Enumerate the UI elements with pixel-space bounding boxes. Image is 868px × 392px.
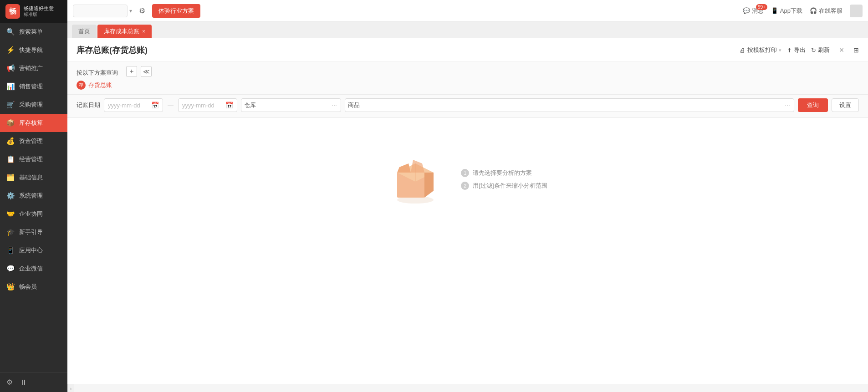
sidebar-label-search: 搜索菜单 — [19, 28, 43, 36]
industry-solution-button[interactable]: 体验行业方案 — [152, 4, 200, 18]
hint-text-2: 用[过滤]条件来缩小分析范围 — [473, 182, 547, 190]
logo-icon: 畅 — [5, 4, 20, 19]
sidebar-label-purchase: 采购管理 — [19, 101, 43, 109]
empty-hint-1: 1 请先选择要分析的方案 — [461, 169, 547, 177]
close-panel-button[interactable]: × — [835, 44, 848, 56]
tab-inventory-cost-label: 库存成本总账 — [104, 27, 139, 36]
calendar-start-icon: 📅 — [151, 102, 159, 109]
page-content: 库存总账(存货总账) 🖨 按模板打印 ▾ ⬆ 导出 ↻ 刷新 × ⊞ — [67, 38, 868, 384]
tab-inventory-cost[interactable]: 库存成本总账 × — [97, 25, 152, 38]
svg-marker-3 — [424, 173, 434, 198]
sidebar-label-inventory: 库存核算 — [19, 119, 43, 127]
sidebar-label-guide: 新手引导 — [19, 228, 43, 236]
sidebar-item-system[interactable]: ⚙️ 系统管理 — [0, 187, 67, 205]
sidebar-label-enterprise: 企业协同 — [19, 210, 43, 218]
online-service-button[interactable]: 🎧 在线客服 — [810, 7, 842, 15]
sidebar-label-wechat: 企业微信 — [19, 265, 43, 273]
print-template-label: 按模板打印 — [747, 46, 777, 54]
sidebar-label-marketing: 营销推广 — [19, 64, 43, 72]
sound-icon[interactable]: ⏸ — [20, 378, 27, 387]
refresh-icon: ↻ — [811, 47, 816, 54]
date-separator: — — [168, 102, 174, 109]
filter-collapse-button[interactable]: ≪ — [141, 66, 152, 77]
print-icon: 🖨 — [740, 47, 745, 54]
right-panel-arrow-icon[interactable]: › — [70, 386, 72, 392]
refresh-button[interactable]: ↻ 刷新 — [811, 46, 830, 54]
sidebar-nav: 🔍 搜索菜单 ⚡ 快捷导航 📢 营销推广 📊 销售管理 🛒 采购管理 📦 库存核… — [0, 23, 67, 372]
export-button[interactable]: ⬆ 导出 — [787, 46, 806, 54]
scheme-label[interactable]: 存货总账 — [88, 81, 112, 89]
sidebar-icon-funds: 💰 — [6, 137, 15, 145]
calendar-end-icon: 📅 — [225, 102, 233, 109]
user-avatar[interactable] — [850, 5, 863, 17]
sidebar-item-funds[interactable]: 💰 资金管理 — [0, 132, 67, 150]
refresh-label: 刷新 — [818, 46, 830, 54]
sidebar-item-sales[interactable]: 📊 销售管理 — [0, 77, 67, 96]
empty-hint-2: 2 用[过滤]条件来缩小分析范围 — [461, 182, 547, 190]
expand-icon[interactable]: ⊞ — [853, 46, 859, 54]
sidebar-label-funds: 资金管理 — [19, 137, 43, 145]
filter-inputs-row: 记账日期 yyyy-mm-dd 📅 — yyyy-mm-dd 📅 仓库 ··· … — [67, 95, 868, 118]
logo-subtitle: 标准版 — [24, 11, 54, 18]
sidebar-item-member[interactable]: 👑 畅会员 — [0, 278, 67, 296]
sidebar-item-base[interactable]: 🗂️ 基础信息 — [0, 168, 67, 187]
right-panel[interactable]: › — [67, 384, 74, 392]
sidebar-label-app_center: 应用中心 — [19, 246, 43, 255]
date-start-input[interactable]: yyyy-mm-dd 📅 — [104, 98, 163, 112]
sidebar-item-wechat[interactable]: 💬 企业微信 — [0, 260, 67, 278]
sidebar-icon-system: ⚙️ — [6, 192, 15, 200]
query-button[interactable]: 查询 — [798, 98, 828, 112]
sidebar-item-shortcut[interactable]: ⚡ 快捷导航 — [0, 41, 67, 59]
topbar-gear-icon[interactable]: ⚙ — [136, 5, 148, 17]
sidebar-item-app_center[interactable]: 📱 应用中心 — [0, 241, 67, 260]
sidebar-label-base: 基础信息 — [19, 173, 43, 182]
filter-top-row: 按以下方案查询 + ≪ — [67, 61, 868, 79]
sidebar-icon-member: 👑 — [6, 283, 15, 291]
print-template-button[interactable]: 🖨 按模板打印 ▾ — [740, 46, 781, 54]
search-placeholder-box[interactable] — [73, 5, 128, 17]
sidebar-item-operation[interactable]: 📋 经营管理 — [0, 150, 67, 168]
online-service-icon: 🎧 — [810, 7, 817, 14]
app-download-button[interactable]: 📱 App下载 — [771, 7, 802, 15]
date-end-placeholder: yyyy-mm-dd — [182, 102, 214, 109]
page-title: 库存总账(存货总账) — [77, 45, 148, 56]
tab-home[interactable]: 首页 — [72, 25, 97, 38]
warehouse-input[interactable]: 仓库 ··· — [241, 98, 341, 112]
page-header: 库存总账(存货总账) 🖨 按模板打印 ▾ ⬆ 导出 ↻ 刷新 × ⊞ — [67, 38, 868, 61]
date-end-input[interactable]: yyyy-mm-dd 📅 — [178, 98, 237, 112]
filter-add-button[interactable]: + — [126, 66, 137, 77]
sidebar-icon-sales: 📊 — [6, 82, 15, 91]
filter-label: 按以下方案查询 — [77, 69, 118, 77]
goods-input[interactable]: 商品 ··· — [345, 98, 794, 112]
sidebar-item-purchase[interactable]: 🛒 采购管理 — [0, 96, 67, 114]
tab-close-icon[interactable]: × — [142, 28, 145, 35]
messages-button[interactable]: 💬 消息 99+ — [743, 7, 764, 15]
sidebar-item-search[interactable]: 🔍 搜索菜单 — [0, 23, 67, 41]
svg-marker-4 — [397, 163, 411, 173]
settings-button[interactable]: 设置 — [832, 98, 859, 112]
sidebar-icon-guide: 🎓 — [6, 228, 15, 236]
date-start-placeholder: yyyy-mm-dd — [108, 102, 140, 109]
empty-text: 1 请先选择要分析的方案 2 用[过滤]条件来缩小分析范围 — [461, 169, 547, 190]
sidebar-item-inventory[interactable]: 📦 库存核算 — [0, 114, 67, 132]
sidebar-label-system: 系统管理 — [19, 192, 43, 200]
hint-num-2: 2 — [461, 182, 469, 190]
sidebar: 畅 畅捷通好生意 标准版 🔍 搜索菜单 ⚡ 快捷导航 📢 营销推广 📊 销售管理… — [0, 0, 67, 392]
empty-state: 1 请先选择要分析的方案 2 用[过滤]条件来缩小分析范围 — [67, 118, 868, 241]
sidebar-icon-marketing: 📢 — [6, 64, 15, 72]
sidebar-label-sales: 销售管理 — [19, 82, 43, 91]
message-icon: 💬 — [743, 7, 750, 14]
sidebar-icon-wechat: 💬 — [6, 265, 15, 273]
sidebar-item-enterprise[interactable]: 🤝 企业协同 — [0, 205, 67, 223]
goods-label: 商品 — [348, 101, 360, 109]
filter-scheme: 存 存货总账 — [77, 81, 112, 90]
online-service-label: 在线客服 — [819, 7, 842, 15]
settings-icon[interactable]: ⚙ — [6, 378, 13, 387]
date-field-label: 记账日期 — [77, 101, 100, 109]
sidebar-icon-base: 🗂️ — [6, 173, 15, 182]
page-actions: 🖨 按模板打印 ▾ ⬆ 导出 ↻ 刷新 × ⊞ — [740, 44, 859, 56]
topbar-left: ▾ ⚙ 体验行业方案 — [73, 4, 739, 18]
chevron-down-icon[interactable]: ▾ — [129, 8, 132, 14]
sidebar-item-marketing[interactable]: 📢 营销推广 — [0, 59, 67, 77]
sidebar-item-guide[interactable]: 🎓 新手引导 — [0, 223, 67, 241]
